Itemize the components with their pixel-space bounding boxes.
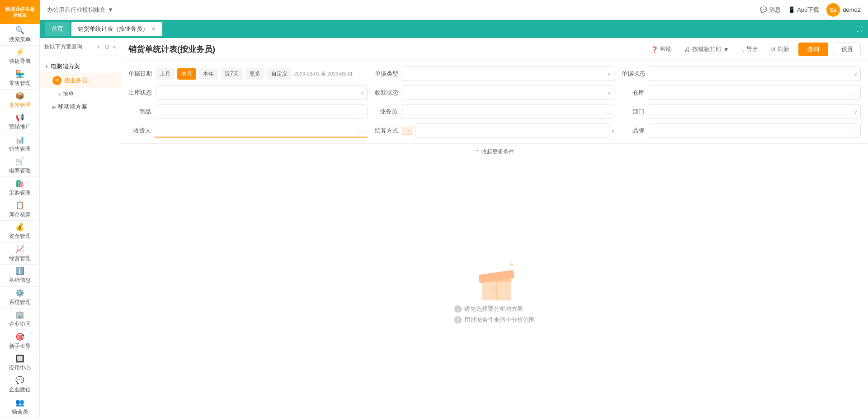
settlement-arrow: ∨ xyxy=(611,128,614,133)
department-select[interactable] xyxy=(648,104,861,119)
print-arrow: ▼ xyxy=(723,46,729,53)
product-more-icon[interactable]: … xyxy=(359,108,365,115)
sidebar-item-appstore[interactable]: 🔲应用中心 xyxy=(0,352,40,374)
app-download-btn[interactable]: 📱 App下载 xyxy=(788,6,819,14)
filter-salesperson: 业务员 … xyxy=(375,104,614,119)
tab-close-icon[interactable]: × xyxy=(151,26,156,32)
mobile-group-arrow: ▶ xyxy=(52,104,56,109)
sidebar-item-ecommerce[interactable]: 🛒电商管理 xyxy=(0,155,40,177)
date-label: 单据日期 xyxy=(128,70,152,78)
topbar: 办公用品行业模拟账套 ▼ 💬 消息 📱 App下载 Ea demo2 xyxy=(40,0,868,20)
scheme-edit-icon[interactable]: ⊙ xyxy=(104,43,110,51)
empty-tip-1: 1 请先选择要分析的方案 xyxy=(454,305,535,313)
date-btn-this-year[interactable]: 本年 xyxy=(199,68,218,80)
user-avatar[interactable]: Ea xyxy=(826,3,840,17)
sidebar-item-search[interactable]: 🔍搜索菜单 xyxy=(0,24,40,46)
filter-row-2: 出库状态 ∨ 收款状态 xyxy=(128,86,861,100)
sidebar: 畅捷通好生意标账版 🔍搜索菜单⚡快捷导航🏪零售管理📦批发管理📢营销推广📊销售管理… xyxy=(0,0,40,418)
warehouse-input-wrap: … xyxy=(648,86,861,100)
help-icon: ❓ xyxy=(651,46,658,53)
query-button[interactable]: 查询 xyxy=(798,43,828,56)
sidebar-item-shortcut[interactable]: ⚡快捷导航 xyxy=(0,46,40,67)
date-btn-7days[interactable]: 近7天 xyxy=(221,68,243,80)
sidebar-item-finance[interactable]: 💰资金管理 xyxy=(0,221,40,242)
sidebar-item-marketing[interactable]: 📢营销推广 xyxy=(0,111,40,133)
tab-active[interactable]: 销货单统计表（按业务员） × xyxy=(71,22,162,36)
sidebar-label-sales: 销售管理 xyxy=(9,145,31,153)
sidebar-icon-shortcut: ⚡ xyxy=(15,48,24,56)
sidebar-icon-newbie: 🎯 xyxy=(15,332,24,341)
collapse-icon: ⌃ xyxy=(475,149,480,155)
collapse-row[interactable]: ⌃ 收起更多条件 xyxy=(121,144,868,160)
refresh-btn[interactable]: ↺ 刷新 xyxy=(767,43,793,55)
consignee-input[interactable] xyxy=(155,124,368,138)
sidebar-icon-system: ⚙️ xyxy=(15,289,24,297)
sidebar-item-wechat[interactable]: 💬企业微信 xyxy=(0,374,40,396)
settlement-tag: × xyxy=(402,127,413,135)
account-dropdown[interactable]: 办公用品行业模拟账套 ▼ xyxy=(47,6,113,14)
sidebar-item-business[interactable]: 📈经营管理 xyxy=(0,243,40,265)
brand-input[interactable] xyxy=(648,124,861,138)
settlement-tag-close[interactable]: × xyxy=(407,128,410,133)
scheme-add-icon[interactable]: ＋ xyxy=(95,43,102,51)
warehouse-more-icon[interactable]: … xyxy=(852,89,858,96)
svg-text:↑: ↑ xyxy=(491,282,496,294)
pc-group-header[interactable]: ▼ 电脑端方案 xyxy=(40,60,121,73)
date-btn-last-month[interactable]: 上月 xyxy=(156,68,175,80)
empty-tips: 1 请先选择要分析的方案 2 用过滤条件来缩小分析范围 xyxy=(454,305,535,324)
tab-home-label: 首页 xyxy=(52,25,63,33)
sidebar-item-purchase[interactable]: 🛍️采购管理 xyxy=(0,177,40,199)
scheme-collapse-icon[interactable]: « xyxy=(113,43,116,51)
tip-num-2: 2 xyxy=(454,316,462,323)
sidebar-item-corp[interactable]: 🏢企业协同 xyxy=(0,309,40,330)
product-input[interactable] xyxy=(155,104,368,119)
salesperson-dot: 按 xyxy=(52,76,61,85)
tab-home[interactable]: 首页 xyxy=(45,22,70,36)
settlement-select-wrap: × ∨ xyxy=(402,124,614,138)
out-status-label: 出库状态 xyxy=(128,89,152,97)
sidebar-item-retail[interactable]: 🏪零售管理 xyxy=(0,67,40,89)
tab-maximize-btn[interactable]: ⛶ xyxy=(856,25,863,33)
sidebar-item-newbie[interactable]: 🎯新手引导 xyxy=(0,330,40,352)
sidebar-item-system[interactable]: ⚙️系统管理 xyxy=(0,287,40,309)
sidebar-item-basic[interactable]: ℹ️基础信息 xyxy=(0,265,40,286)
message-btn[interactable]: 💬 消息 xyxy=(760,6,781,14)
sidebar-label-business: 经营管理 xyxy=(9,255,31,262)
doc-type-select[interactable] xyxy=(402,66,614,81)
consignee-more-icon[interactable]: … xyxy=(359,127,365,134)
date-btn-custom[interactable]: 自定义 xyxy=(267,68,292,80)
sidebar-item-sales[interactable]: 📊销售管理 xyxy=(0,133,40,155)
warehouse-input[interactable] xyxy=(648,86,861,100)
date-btn-this-month[interactable]: 本月 xyxy=(177,68,196,80)
sidebar-icon-finance: 💰 xyxy=(15,223,24,231)
sidebar-icon-member: 👥 xyxy=(15,398,24,407)
settings-button[interactable]: 设置 xyxy=(834,43,861,56)
doc-status-select[interactable] xyxy=(649,66,861,81)
sidebar-item-wholesale[interactable]: 📦批发管理 xyxy=(0,90,40,111)
sidebar-logo[interactable]: 畅捷通好生意标账版 xyxy=(0,0,40,24)
mobile-group-header[interactable]: ▶ 移动端方案 xyxy=(40,100,121,114)
receipt-status-select[interactable] xyxy=(402,86,614,100)
sidebar-item-member[interactable]: 👥畅会员 xyxy=(0,396,40,418)
scheme-order-item[interactable]: ≡ 按单 xyxy=(40,88,121,100)
settlement-label: 结算方式 xyxy=(375,127,398,135)
help-btn[interactable]: ❓ 帮助 xyxy=(647,43,675,55)
scheme-salesperson-item[interactable]: 按 按业务员 xyxy=(40,73,121,88)
app-icon: 📱 xyxy=(788,6,795,13)
date-btn-more[interactable]: 更多 xyxy=(245,68,264,80)
settlement-select[interactable] xyxy=(415,124,609,138)
brand-more-icon[interactable]: … xyxy=(852,127,858,134)
account-name: 办公用品行业模拟账套 xyxy=(47,6,106,14)
order-item-label: 按单 xyxy=(63,90,74,98)
salesperson-more-icon[interactable]: … xyxy=(605,108,612,115)
filter-doc-type: 单据类型 ∨ xyxy=(375,66,614,81)
out-status-select[interactable] xyxy=(156,86,368,100)
user-section[interactable]: Ea demo2 xyxy=(826,3,861,17)
consignee-input-wrap: … xyxy=(155,124,368,138)
print-btn[interactable]: 🖨 按模板打印 ▼ xyxy=(681,43,733,55)
export-btn[interactable]: ↓ 导出 xyxy=(738,43,762,55)
salesperson-input[interactable] xyxy=(401,104,614,119)
app-download-label: App下载 xyxy=(797,6,819,14)
sidebar-item-inventory[interactable]: 📋库存核算 xyxy=(0,199,40,221)
topbar-left: 办公用品行业模拟账套 ▼ xyxy=(47,6,113,14)
